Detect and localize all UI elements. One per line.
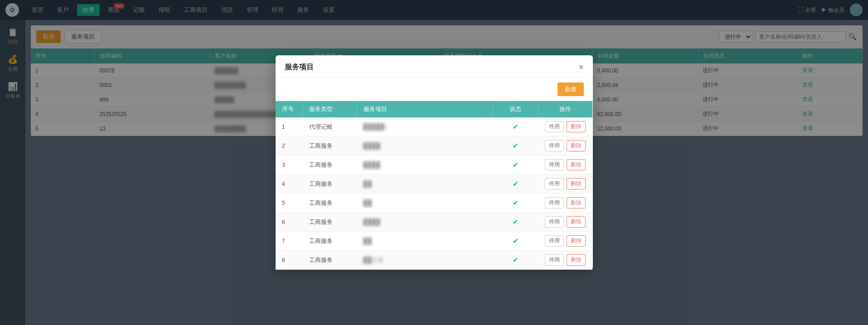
dcell-seq: 4 [276, 175, 303, 194]
status-active-icon: ✔ [513, 237, 519, 245]
status-active-icon: ✔ [513, 123, 519, 131]
list-item: 8 工商服务 ██注册 ✔ 停用 删除 [276, 251, 593, 270]
scol-type: 服务类型 [303, 101, 357, 117]
dcell-project: █████1 [357, 117, 493, 136]
dialog-body: 序号 服务类型 服务项目 状态 操作 1 代理记账 █████1 ✔ 停用 删除… [276, 101, 593, 270]
dcell-project: ██ [357, 194, 493, 213]
service-table: 序号 服务类型 服务项目 状态 操作 1 代理记账 █████1 ✔ 停用 删除… [276, 101, 593, 270]
dcell-type: 工商服务 [303, 136, 357, 155]
stop-button[interactable]: 停用 [545, 121, 564, 132]
delete-button[interactable]: 删除 [567, 178, 586, 189]
scol-status: 状态 [493, 101, 538, 117]
dcell-action: 停用 删除 [538, 136, 592, 155]
dcell-action: 停用 删除 [538, 213, 592, 231]
dcell-seq: 3 [276, 155, 303, 175]
service-table-header: 序号 服务类型 服务项目 状态 操作 [276, 101, 593, 117]
dcell-project: ████ [357, 213, 493, 232]
status-active-icon: ✔ [513, 180, 519, 188]
status-active-icon: ✔ [513, 218, 519, 226]
dialog-title: 服务项目 [285, 63, 314, 72]
stop-button[interactable]: 停用 [545, 197, 564, 209]
dcell-status: ✔ [493, 232, 538, 251]
dcell-action: 停用 删除 [538, 117, 592, 136]
list-item: 7 工商服务 ██ ✔ 停用 删除 [276, 232, 593, 251]
dcell-status: ✔ [493, 251, 538, 270]
list-item: 6 工商服务 ████ ✔ 停用 删除 [276, 213, 593, 232]
status-active-icon: ✔ [513, 199, 519, 207]
delete-button[interactable]: 删除 [567, 254, 586, 266]
dialog-toolbar: 新建 [276, 78, 593, 101]
dcell-seq: 1 [276, 117, 303, 136]
dcell-type: 工商服务 [303, 232, 357, 251]
dcell-action: 停用 删除 [538, 251, 592, 269]
status-active-icon: ✔ [513, 161, 519, 169]
scol-seq: 序号 [276, 101, 303, 117]
scol-action: 操作 [538, 101, 592, 117]
dialog-close-button[interactable]: × [579, 63, 584, 72]
dcell-action: 停用 删除 [538, 194, 592, 212]
dcell-project: ██ [357, 175, 493, 194]
dcell-seq: 7 [276, 232, 303, 251]
list-item: 2 工商服务 ████ ✔ 停用 删除 [276, 136, 593, 155]
stop-button[interactable]: 停用 [545, 216, 564, 228]
modal-overlay: 服务项目 × 新建 序号 服务类型 服务项目 状态 操作 1 代理记账 [0, 0, 868, 325]
delete-button[interactable]: 删除 [567, 140, 586, 151]
scol-project: 服务项目 [357, 101, 493, 117]
dcell-type: 工商服务 [303, 194, 357, 213]
delete-button[interactable]: 删除 [567, 216, 586, 228]
status-active-icon: ✔ [513, 142, 519, 150]
dcell-project: ██ [357, 232, 493, 251]
stop-button[interactable]: 停用 [545, 159, 564, 170]
dcell-status: ✔ [493, 136, 538, 155]
dcell-status: ✔ [493, 175, 538, 194]
dcell-action: 停用 删除 [538, 232, 592, 250]
list-item: 5 工商服务 ██ ✔ 停用 删除 [276, 194, 593, 213]
dcell-status: ✔ [493, 194, 538, 213]
dcell-seq: 5 [276, 194, 303, 213]
dcell-status: ✔ [493, 213, 538, 232]
dcell-type: 工商服务 [303, 251, 357, 270]
dcell-seq: 8 [276, 251, 303, 270]
dcell-seq: 6 [276, 213, 303, 232]
dcell-seq: 2 [276, 136, 303, 155]
list-item: 3 工商服务 ████ ✔ 停用 删除 [276, 155, 593, 175]
delete-button[interactable]: 删除 [567, 159, 586, 170]
delete-button[interactable]: 删除 [567, 121, 586, 132]
dialog-new-button[interactable]: 新建 [558, 82, 584, 96]
list-item: 4 工商服务 ██ ✔ 停用 删除 [276, 175, 593, 194]
stop-button[interactable]: 停用 [545, 235, 564, 247]
dcell-status: ✔ [493, 117, 538, 136]
stop-button[interactable]: 停用 [545, 254, 564, 266]
status-active-icon: ✔ [513, 256, 519, 264]
dialog-header: 服务项目 × [276, 55, 593, 78]
delete-button[interactable]: 删除 [567, 197, 586, 209]
dcell-action: 停用 删除 [538, 155, 592, 174]
dcell-action: 停用 删除 [538, 175, 592, 193]
dcell-status: ✔ [493, 155, 538, 175]
dcell-project: ██注册 [357, 251, 493, 270]
dcell-project: ████ [357, 155, 493, 175]
service-item-dialog: 服务项目 × 新建 序号 服务类型 服务项目 状态 操作 1 代理记账 [276, 55, 593, 270]
dcell-type: 工商服务 [303, 213, 357, 232]
delete-button[interactable]: 删除 [567, 235, 586, 247]
dcell-type: 代理记账 [303, 117, 357, 136]
stop-button[interactable]: 停用 [545, 140, 564, 151]
dcell-type: 工商服务 [303, 175, 357, 194]
dcell-project: ████ [357, 136, 493, 155]
list-item: 1 代理记账 █████1 ✔ 停用 删除 [276, 117, 593, 136]
stop-button[interactable]: 停用 [545, 178, 564, 189]
dcell-type: 工商服务 [303, 155, 357, 175]
